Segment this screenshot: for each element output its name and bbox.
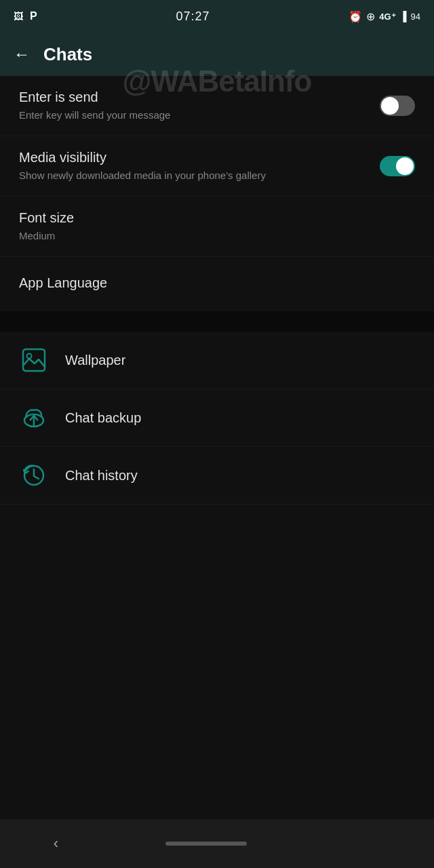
wallpaper-title: Wallpaper (65, 353, 125, 368)
font-size-value: Medium (19, 229, 415, 243)
enter-is-send-toggle[interactable] (380, 96, 415, 116)
nav-bar: ‹ (0, 819, 434, 868)
enter-is-send-title: Enter is send (19, 90, 380, 105)
media-visibility-subtitle: Show newly downloaded media in your phon… (19, 168, 380, 182)
chat-backup-title: Chat backup (65, 410, 141, 426)
chat-history-icon (19, 460, 49, 490)
media-visibility-item[interactable]: Media visibility Show newly downloaded m… (0, 136, 434, 197)
media-visibility-knob (396, 157, 414, 175)
font-size-text: Font size Medium (19, 210, 415, 243)
status-time: 07:27 (176, 9, 210, 24)
chat-backup-icon (19, 403, 49, 433)
settings-list: Enter is send Enter key will send your m… (0, 76, 434, 819)
nav-back-button[interactable]: ‹ (54, 835, 58, 852)
status-bar: 🖼 P 07:27 ⏰ ⊕ 4G⁺ ▐ 94 (0, 0, 434, 33)
svg-rect-0 (23, 349, 45, 371)
page-title: Chats (43, 44, 92, 65)
font-size-item[interactable]: Font size Medium (0, 197, 434, 257)
wallpaper-item[interactable]: Wallpaper (0, 332, 434, 389)
back-button[interactable]: ← (14, 45, 30, 64)
bars-icon: ▐ (400, 11, 407, 22)
media-visibility-text: Media visibility Show newly downloaded m… (19, 150, 380, 182)
enter-is-send-item[interactable]: Enter is send Enter key will send your m… (0, 76, 434, 136)
chat-backup-item[interactable]: Chat backup (0, 389, 434, 447)
signal-icon: 4G⁺ (379, 12, 395, 22)
enter-is-send-knob (381, 97, 399, 115)
wallpaper-icon (19, 345, 49, 375)
app-language-text: App Language (19, 275, 415, 294)
font-size-title: Font size (19, 210, 415, 226)
enter-is-send-text: Enter is send Enter key will send your m… (19, 90, 380, 122)
parking-icon: P (30, 10, 37, 22)
app-language-item[interactable]: App Language (0, 257, 434, 311)
section-divider (0, 311, 434, 332)
toolbar: ← Chats (0, 33, 434, 76)
status-bar-left: 🖼 P (14, 10, 37, 22)
media-visibility-toggle[interactable] (380, 156, 415, 176)
chat-history-item[interactable]: Chat history (0, 447, 434, 505)
status-bar-right: ⏰ ⊕ 4G⁺ ▐ 94 (349, 10, 420, 23)
chat-history-title: Chat history (65, 468, 138, 484)
alarm-icon: ⏰ (349, 10, 362, 23)
battery-icon: 94 (411, 12, 420, 22)
svg-point-1 (27, 354, 32, 359)
app-language-title: App Language (19, 275, 415, 291)
network-icon: ⊕ (366, 10, 375, 23)
photo-icon: 🖼 (14, 11, 23, 22)
enter-is-send-subtitle: Enter key will send your message (19, 108, 380, 122)
media-visibility-title: Media visibility (19, 150, 380, 165)
nav-home-pill (165, 842, 247, 846)
